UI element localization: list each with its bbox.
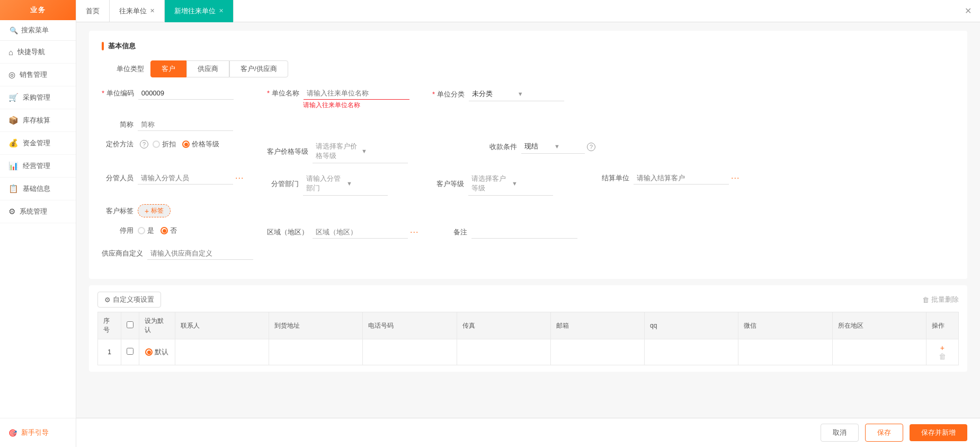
- region-input[interactable]: [313, 226, 408, 239]
- row-email-input[interactable]: [556, 348, 639, 356]
- sidebar-item-label: 采购管理: [23, 93, 50, 102]
- sidebar-item-label: 新手引导: [21, 428, 49, 437]
- add-row-button[interactable]: +: [938, 344, 947, 352]
- pricing-help-icon[interactable]: ?: [140, 140, 148, 148]
- unit-name-input[interactable]: [304, 87, 409, 100]
- row-checkbox-cell[interactable]: [121, 339, 139, 365]
- main-content: 首页 往来单位 ✕ 新增往来单位 ✕ ✕ 基本信息 单位类型 客户 供应商 客户…: [76, 0, 980, 447]
- select-all-checkbox[interactable]: [127, 321, 133, 328]
- pricing-method-radio-group: 折扣 价格等级: [153, 139, 219, 149]
- row-default-radio[interactable]: 默认: [145, 347, 170, 357]
- form-container: 基本信息 单位类型 客户 供应商 客户/供应商 单位编码 单位名称: [76, 22, 980, 418]
- manager-field: 分管人员 ···: [102, 172, 250, 185]
- payment-terms-help-icon[interactable]: ?: [587, 143, 595, 151]
- row-address-cell[interactable]: [269, 339, 363, 365]
- row-location-cell[interactable]: [832, 339, 926, 365]
- no-radio-circle: [161, 227, 168, 234]
- sidebar-item-quick-nav[interactable]: ⌂ 快捷导航: [0, 41, 76, 64]
- supplier-custom-field: 供应商自定义: [102, 247, 253, 260]
- pricing-method-field: 定价方法 ? 折扣 价格等级: [102, 139, 250, 149]
- sidebar-item-finance[interactable]: 💰 资金管理: [0, 132, 76, 155]
- manager-more-btn[interactable]: ···: [235, 173, 244, 183]
- sidebar-search[interactable]: 🔍 搜索菜单: [0, 20, 76, 41]
- unit-type-customer-btn[interactable]: 客户: [150, 60, 186, 77]
- row-qq-cell[interactable]: [645, 339, 738, 365]
- sidebar-item-basic-info[interactable]: 📋 基础信息: [0, 178, 76, 200]
- form-row-6: 停用 是 否 区域（地区） ···: [102, 226, 955, 239]
- row-wechat-cell[interactable]: [738, 339, 832, 365]
- basic-info-card: 基本信息 单位类型 客户 供应商 客户/供应商 单位编码 单位名称: [89, 31, 967, 279]
- unit-category-value: 未分类: [472, 89, 515, 99]
- col-index: 序号: [98, 312, 121, 339]
- unit-type-both-btn[interactable]: 客户/供应商: [229, 60, 288, 77]
- unit-category-select[interactable]: 未分类 ▼: [469, 87, 564, 101]
- sidebar-item-sales[interactable]: ◎ 销售管理: [0, 64, 76, 86]
- tab-home[interactable]: 首页: [76, 0, 110, 22]
- dept-label: 分管部门: [267, 179, 299, 189]
- settle-unit-input[interactable]: [634, 172, 729, 185]
- add-tag-button[interactable]: 标签: [138, 204, 171, 217]
- settle-unit-more-btn[interactable]: ···: [731, 173, 740, 183]
- tab-new-partner[interactable]: 新增往来单位 ✕: [165, 0, 234, 22]
- col-checkbox[interactable]: [121, 312, 139, 339]
- batch-delete-button[interactable]: 🗑 批量删除: [922, 295, 959, 304]
- remark-input[interactable]: [471, 226, 577, 239]
- row-fax-cell[interactable]: [457, 339, 550, 365]
- custom-settings-button[interactable]: ⚙ 自定义项设置: [97, 292, 161, 308]
- tab-bar: 首页 往来单位 ✕ 新增往来单位 ✕ ✕: [76, 0, 980, 22]
- delete-icon: 🗑: [922, 296, 929, 304]
- table-actions-top: ⚙ 自定义项设置 🗑 批量删除: [97, 292, 959, 308]
- sidebar-item-purchase[interactable]: 🛒 采购管理: [0, 86, 76, 109]
- customer-level-placeholder: 请选择客户等级: [471, 174, 510, 193]
- region-more-btn[interactable]: ···: [410, 227, 418, 237]
- close-all-tabs-button[interactable]: ✕: [956, 6, 980, 16]
- row-phone-input[interactable]: [368, 348, 451, 356]
- disabled-no-radio[interactable]: 否: [161, 226, 177, 235]
- col-fax: 传真: [457, 312, 550, 339]
- row-contact-cell[interactable]: [175, 339, 269, 365]
- row-address-input[interactable]: [274, 348, 357, 356]
- supplier-custom-input[interactable]: [147, 247, 253, 260]
- sidebar-brand: 业务: [0, 0, 76, 20]
- tab-partner-list[interactable]: 往来单位 ✕: [110, 0, 165, 22]
- row-checkbox[interactable]: [127, 348, 133, 355]
- row-wechat-input[interactable]: [744, 348, 826, 356]
- sidebar-item-new-guide[interactable]: 🎯 新手引导: [0, 424, 76, 442]
- sidebar-item-operations[interactable]: 📊 经营管理: [0, 155, 76, 178]
- cancel-button[interactable]: 取消: [821, 424, 859, 442]
- save-button[interactable]: 保存: [865, 424, 903, 442]
- unit-code-field: 单位编码: [102, 87, 250, 100]
- row-default-cell[interactable]: 默认: [139, 339, 175, 365]
- manager-input[interactable]: [138, 172, 233, 185]
- pricing-level-radio[interactable]: 价格等级: [182, 139, 219, 149]
- dept-select[interactable]: 请输入分管部门 ▼: [303, 172, 388, 196]
- pricing-discount-radio[interactable]: 折扣: [153, 139, 176, 149]
- disabled-yes-radio[interactable]: 是: [138, 226, 154, 235]
- action-bar: 取消 保存 保存并新增: [76, 418, 980, 447]
- sidebar-item-sys-mgmt[interactable]: ⚙ 系统管理: [0, 200, 76, 223]
- close-tab-partner-list[interactable]: ✕: [150, 7, 155, 14]
- customer-level-select[interactable]: 请选择客户等级 ▼: [468, 172, 553, 196]
- row-contact-input[interactable]: [181, 348, 263, 356]
- row-location-input[interactable]: [838, 348, 921, 356]
- sidebar-item-inventory[interactable]: 📦 库存核算: [0, 109, 76, 132]
- customer-price-level-label: 客户价格等级: [267, 147, 308, 156]
- home-icon: ⌂: [8, 48, 13, 57]
- row-qq-input[interactable]: [650, 348, 733, 356]
- row-fax-input[interactable]: [462, 348, 545, 356]
- region-field: 区域（地区） ···: [267, 226, 418, 239]
- purchase-icon: 🛒: [8, 93, 19, 102]
- unit-code-input[interactable]: [138, 87, 234, 100]
- unit-type-supplier-btn[interactable]: 供应商: [186, 60, 229, 77]
- close-tab-new-partner[interactable]: ✕: [219, 7, 224, 14]
- payment-terms-select[interactable]: 现结 ▼: [521, 139, 585, 154]
- row-phone-cell[interactable]: [363, 339, 457, 365]
- form-row-2: 简称: [102, 118, 955, 131]
- row-email-cell[interactable]: [550, 339, 644, 365]
- delete-row-button[interactable]: 🗑: [937, 352, 948, 361]
- customer-price-level-select[interactable]: 请选择客户价格等级 ▼: [313, 139, 408, 163]
- short-name-input[interactable]: [138, 118, 233, 131]
- disabled-radio-group: 是 否: [138, 226, 177, 235]
- pricing-method-label: 定价方法: [102, 139, 133, 149]
- save-and-new-button[interactable]: 保存并新增: [910, 424, 967, 441]
